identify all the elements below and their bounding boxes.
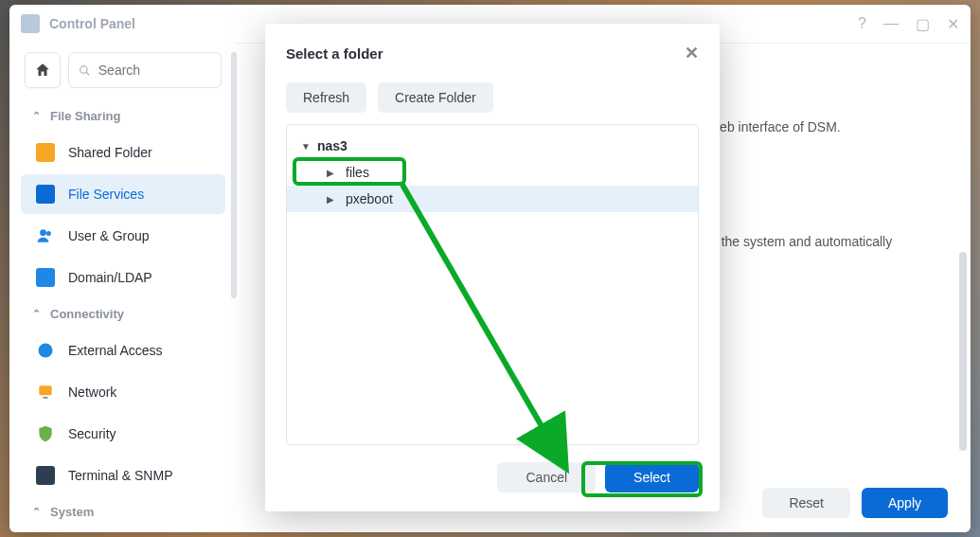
shield-icon xyxy=(36,424,55,443)
home-icon xyxy=(34,62,51,79)
domain-icon xyxy=(36,268,55,287)
home-button[interactable] xyxy=(25,52,61,88)
help-icon[interactable]: ? xyxy=(858,15,866,32)
sidebar-item-label: Shared Folder xyxy=(68,145,152,160)
chevron-up-icon: ⌃ xyxy=(32,308,41,320)
services-icon xyxy=(36,185,55,204)
tree-label: nas3 xyxy=(317,138,347,153)
globe-icon xyxy=(36,341,55,360)
search-icon xyxy=(79,63,91,78)
chevron-up-icon: ⌃ xyxy=(32,110,41,122)
app-icon xyxy=(21,14,40,33)
svg-point-4 xyxy=(39,344,53,358)
cancel-button[interactable]: Cancel xyxy=(497,462,596,492)
sidebar: ⌃ File Sharing Shared Folder File Servic… xyxy=(9,43,237,532)
dialog-close-icon[interactable]: ✕ xyxy=(685,43,699,63)
sidebar-item-external-access[interactable]: External Access xyxy=(21,331,225,370)
sidebar-item-user-group[interactable]: User & Group xyxy=(21,216,225,256)
section-connectivity[interactable]: ⌃ Connectivity xyxy=(17,299,229,329)
network-icon xyxy=(36,383,55,402)
maximize-icon[interactable]: ▢ xyxy=(916,15,930,33)
svg-point-2 xyxy=(40,229,46,236)
close-icon[interactable]: ✕ xyxy=(947,15,959,33)
content-snippet: web interface of DSM. xyxy=(710,119,952,134)
select-folder-dialog: Select a folder ✕ Refresh Create Folder … xyxy=(265,24,720,511)
folder-tree: ▼ nas3 ▶ files ▶ pxeboot xyxy=(286,124,699,445)
tree-label: pxeboot xyxy=(346,191,393,206)
sidebar-item-label: Domain/LDAP xyxy=(68,270,152,285)
section-file-sharing[interactable]: ⌃ File Sharing xyxy=(17,101,229,131)
svg-point-0 xyxy=(80,65,87,72)
section-label: File Sharing xyxy=(50,109,120,123)
sidebar-item-terminal[interactable]: Terminal & SNMP xyxy=(21,456,225,495)
svg-point-3 xyxy=(46,231,51,236)
expand-arrow-icon[interactable]: ▼ xyxy=(300,141,312,152)
tree-node-files[interactable]: ▶ files xyxy=(287,159,698,186)
expand-arrow-icon[interactable]: ▶ xyxy=(325,168,336,178)
sidebar-item-label: Network xyxy=(68,385,116,400)
refresh-button[interactable]: Refresh xyxy=(286,82,366,113)
content-scrollbar[interactable] xyxy=(959,252,967,451)
sidebar-item-file-services[interactable]: File Services xyxy=(21,174,225,214)
tree-node-pxeboot[interactable]: ▶ pxeboot xyxy=(287,186,698,212)
sidebar-item-security[interactable]: Security xyxy=(21,414,225,454)
tree-node-root[interactable]: ▼ nas3 xyxy=(287,133,698,159)
apply-button[interactable]: Apply xyxy=(862,488,948,518)
sidebar-item-network[interactable]: Network xyxy=(21,372,225,412)
users-icon xyxy=(36,226,55,245)
content-snippet: n the system and automatically xyxy=(710,234,952,249)
sidebar-item-label: External Access xyxy=(68,343,163,358)
search-box[interactable] xyxy=(68,52,222,88)
section-system[interactable]: ⌃ System xyxy=(17,497,229,527)
sidebar-item-label: User & Group xyxy=(68,228,150,243)
search-input[interactable] xyxy=(98,63,211,78)
footer-buttons: Reset Apply xyxy=(762,488,948,518)
dialog-title: Select a folder xyxy=(286,45,383,62)
chevron-up-icon: ⌃ xyxy=(32,506,41,518)
window-controls: ? — ▢ ✕ xyxy=(858,15,959,33)
terminal-icon xyxy=(36,466,55,485)
svg-rect-5 xyxy=(39,385,51,395)
sidebar-item-label: Security xyxy=(68,426,116,441)
sidebar-item-shared-folder[interactable]: Shared Folder xyxy=(21,133,225,172)
reset-button[interactable]: Reset xyxy=(762,488,850,518)
expand-arrow-icon[interactable]: ▶ xyxy=(325,194,336,205)
tree-label: files xyxy=(346,165,369,180)
svg-rect-6 xyxy=(44,397,48,399)
folder-icon xyxy=(36,143,55,162)
sidebar-item-label: File Services xyxy=(68,187,144,202)
svg-line-1 xyxy=(86,72,89,75)
minimize-icon[interactable]: — xyxy=(883,15,899,32)
sidebar-item-domain-ldap[interactable]: Domain/LDAP xyxy=(21,258,225,297)
section-label: Connectivity xyxy=(50,307,124,321)
sidebar-item-label: Terminal & SNMP xyxy=(68,468,172,483)
section-label: System xyxy=(50,505,94,519)
select-button[interactable]: Select xyxy=(605,462,699,492)
create-folder-button[interactable]: Create Folder xyxy=(378,82,493,113)
